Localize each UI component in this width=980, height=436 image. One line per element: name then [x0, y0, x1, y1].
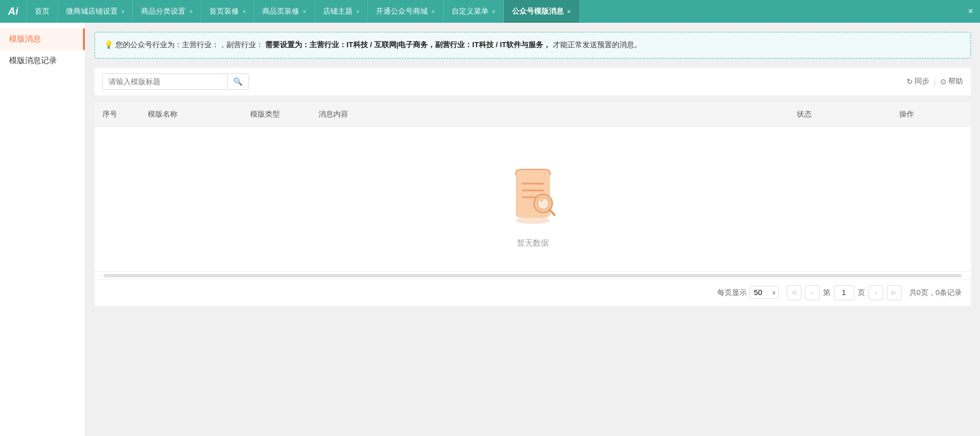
- empty-state: 暂无数据: [94, 127, 971, 271]
- nav-tab-category-settings[interactable]: 商品分类设置×: [133, 0, 201, 23]
- notice-suffix: 才能正常发送预置的消息。: [553, 40, 642, 49]
- notice-highlight: 需要设置为：主营行业：IT科技 / 互联网|电子商务，副营行业：IT科技 / I…: [265, 40, 551, 49]
- help-button[interactable]: ⊙ 帮助: [940, 76, 963, 86]
- th-type: 模版类型: [242, 102, 311, 126]
- search-input[interactable]: [102, 73, 228, 90]
- nav-tab-store-settings[interactable]: 微商城店铺设置×: [58, 0, 133, 23]
- page-label-before: 第: [823, 288, 830, 298]
- nav-tab-home[interactable]: 首页: [27, 0, 58, 23]
- nav-tab-template-msg[interactable]: 公众号模版消息×: [504, 0, 579, 23]
- next-page-button[interactable]: ›: [869, 285, 883, 300]
- search-icon: 🔍: [233, 77, 243, 86]
- search-button[interactable]: 🔍: [228, 73, 249, 90]
- notice-prefix: 您的公众号行业为：主营行业：，副营行业：: [115, 40, 263, 49]
- scroll-track[interactable]: [104, 274, 962, 277]
- page-size-wrapper: 50 10 20 100: [749, 286, 779, 299]
- sidebar-item-template-msg-record[interactable]: 模版消息记录: [0, 50, 85, 72]
- table-header: 序号模版名称模版类型消息内容状态操作: [94, 102, 971, 127]
- sidebar: 模版消息模版消息记录: [0, 23, 85, 436]
- pagination: 每页显示 50 10 20 100 ⊲ ‹ 第 页 › ⊳: [94, 279, 971, 306]
- bulb-icon: 💡: [104, 40, 115, 49]
- divider: |: [934, 77, 936, 86]
- current-page-input[interactable]: [834, 285, 854, 300]
- nav-tab-label: 公众号模版消息: [512, 6, 564, 16]
- nav-tab-label: 自定义菜单: [452, 6, 489, 16]
- table-wrapper: 序号模版名称模版类型消息内容状态操作: [94, 102, 971, 306]
- nav-tab-custom-menu[interactable]: 自定义菜单×: [444, 0, 504, 23]
- th-name: 模版名称: [140, 102, 242, 126]
- sync-icon: ↻: [907, 77, 913, 86]
- search-right: ↻ 同步 | ⊙ 帮助: [907, 76, 963, 86]
- nav-tab-label: 店铺主题: [323, 6, 353, 16]
- search-left: 🔍: [102, 73, 249, 90]
- nav-tab-store-theme[interactable]: 店铺主题×: [315, 0, 368, 23]
- empty-illustration: [499, 161, 567, 229]
- sync-button[interactable]: ↻ 同步: [907, 76, 929, 86]
- nav-tab-label: 商品页装修: [262, 6, 299, 16]
- page-label-after: 页: [858, 288, 865, 298]
- close-tab-product-decoration[interactable]: ×: [303, 8, 306, 15]
- close-all-button[interactable]: ×: [961, 6, 980, 16]
- scroll-area[interactable]: [94, 271, 971, 279]
- nav-tab-label: 首页装修: [209, 6, 239, 16]
- nav-tab-home-decoration[interactable]: 首页装修×: [201, 0, 254, 23]
- prev-page-button[interactable]: ‹: [805, 285, 820, 300]
- nav-tab-product-decoration[interactable]: 商品页装修×: [254, 0, 315, 23]
- top-nav: Ai 首页微商城店铺设置×商品分类设置×首页装修×商品页装修×店铺主题×开通公众…: [0, 0, 980, 23]
- close-tab-template-msg[interactable]: ×: [567, 8, 570, 15]
- th-status: 状态: [789, 102, 891, 126]
- first-page-button[interactable]: ⊲: [787, 285, 801, 300]
- main-layout: 模版消息模版消息记录 💡 您的公众号行业为：主营行业：，副营行业： 需要设置为：…: [0, 23, 980, 436]
- svg-line-6: [549, 210, 555, 215]
- close-tab-open-mall[interactable]: ×: [431, 8, 435, 15]
- notice-box: 💡 您的公众号行业为：主营行业：，副营行业： 需要设置为：主营行业：IT科技 /…: [94, 32, 971, 59]
- nav-tab-label: 微商城店铺设置: [66, 6, 118, 16]
- close-tab-custom-menu[interactable]: ×: [492, 8, 495, 15]
- nav-tab-label: 首页: [35, 6, 49, 16]
- nav-tab-label: 商品分类设置: [141, 6, 185, 16]
- total-info: 共0页，0条记录: [909, 288, 962, 298]
- last-page-button[interactable]: ⊳: [887, 285, 902, 300]
- page-size-select: 每页显示 50 10 20 100: [717, 286, 779, 299]
- search-bar: 🔍 ↻ 同步 | ⊙ 帮助: [94, 68, 971, 95]
- page-size-label: 每页显示: [717, 288, 747, 298]
- close-tab-store-theme[interactable]: ×: [356, 8, 359, 15]
- th-content: 消息内容: [311, 102, 789, 126]
- th-seq: 序号: [94, 102, 140, 126]
- main-content: 💡 您的公众号行业为：主营行业：，副营行业： 需要设置为：主营行业：IT科技 /…: [85, 23, 980, 436]
- nav-tab-label: 开通公众号商城: [376, 6, 428, 16]
- close-tab-home-decoration[interactable]: ×: [242, 8, 246, 15]
- sidebar-item-template-msg[interactable]: 模版消息: [0, 28, 85, 50]
- nav-tab-open-mall[interactable]: 开通公众号商城×: [368, 0, 443, 23]
- empty-text: 暂无数据: [517, 238, 549, 248]
- page-size-dropdown[interactable]: 50 10 20 100: [749, 286, 779, 299]
- help-icon: ⊙: [940, 77, 946, 86]
- th-action: 操作: [891, 102, 971, 126]
- close-tab-category-settings[interactable]: ×: [189, 8, 192, 15]
- app-logo: Ai: [0, 0, 27, 23]
- close-tab-store-settings[interactable]: ×: [121, 8, 125, 15]
- svg-point-0: [516, 217, 550, 224]
